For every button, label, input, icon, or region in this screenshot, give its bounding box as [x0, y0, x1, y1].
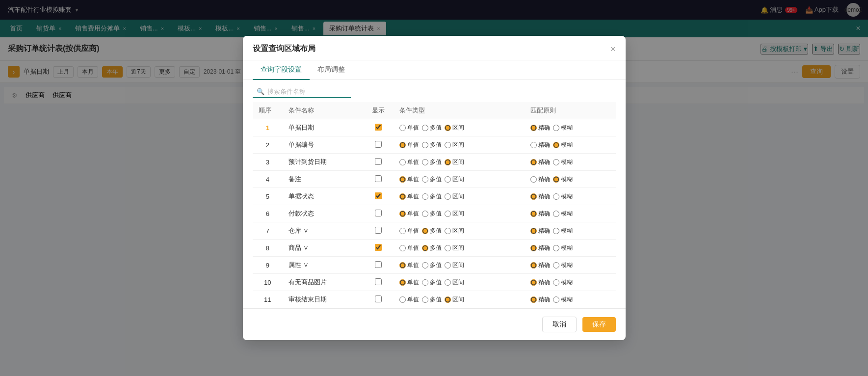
type-radio-多值[interactable]	[422, 279, 428, 286]
radio-wrap-多值[interactable]: 多值	[422, 158, 442, 166]
radio-wrap-单值[interactable]: 单值	[399, 175, 419, 184]
radio-wrap-多值[interactable]: 多值	[422, 244, 442, 252]
tab-layout-adjust[interactable]: 布局调整	[310, 60, 353, 80]
radio-wrap-区间[interactable]: 区间	[445, 158, 464, 166]
radio-wrap-单值[interactable]: 单值	[399, 124, 419, 132]
display-checkbox[interactable]	[375, 261, 382, 268]
tab-query-fields[interactable]: 查询字段设置	[253, 60, 310, 80]
match-radio-模糊[interactable]	[553, 296, 559, 303]
cell-display[interactable]	[364, 205, 394, 222]
radio-wrap-区间[interactable]: 区间	[445, 175, 464, 184]
radio-wrap-区间[interactable]: 区间	[445, 192, 464, 201]
radio-wrap-单值[interactable]: 单值	[399, 278, 419, 287]
radio-wrap-模糊[interactable]: 模糊	[553, 261, 573, 269]
type-radio-单值[interactable]	[399, 125, 406, 131]
radio-wrap-模糊[interactable]: 模糊	[553, 141, 573, 149]
type-radio-单值[interactable]	[399, 279, 406, 286]
match-radio-精确[interactable]	[530, 279, 537, 286]
type-radio-多值[interactable]	[422, 245, 428, 251]
radio-wrap-精确[interactable]: 精确	[530, 210, 550, 218]
match-radio-精确[interactable]	[530, 142, 537, 148]
match-radio-精确[interactable]	[530, 159, 537, 165]
match-radio-模糊[interactable]	[553, 262, 559, 269]
radio-wrap-精确[interactable]: 精确	[530, 295, 550, 304]
radio-wrap-单值[interactable]: 单值	[399, 158, 419, 166]
type-radio-区间[interactable]	[445, 159, 451, 165]
radio-wrap-多值[interactable]: 多值	[422, 141, 442, 149]
match-radio-模糊[interactable]	[553, 211, 559, 217]
match-radio-精确[interactable]	[530, 245, 537, 251]
type-radio-区间[interactable]	[445, 262, 451, 269]
radio-wrap-精确[interactable]: 精确	[530, 124, 550, 132]
type-radio-单值[interactable]	[399, 228, 406, 234]
radio-wrap-模糊[interactable]: 模糊	[553, 210, 573, 218]
radio-wrap-精确[interactable]: 精确	[530, 158, 550, 166]
radio-wrap-单值[interactable]: 单值	[399, 295, 419, 304]
type-radio-多值[interactable]	[422, 159, 428, 165]
type-radio-区间[interactable]	[445, 228, 451, 234]
radio-wrap-单值[interactable]: 单值	[399, 141, 419, 149]
cell-display[interactable]	[364, 257, 394, 274]
match-radio-精确[interactable]	[530, 176, 537, 183]
radio-wrap-多值[interactable]: 多值	[422, 295, 442, 304]
type-radio-多值[interactable]	[422, 193, 428, 200]
match-radio-精确[interactable]	[530, 228, 537, 234]
type-radio-多值[interactable]	[422, 211, 428, 217]
modal-overlay[interactable]: 设置查询区域布局 × 查询字段设置 布局调整 🔍	[0, 0, 868, 376]
display-checkbox[interactable]	[375, 227, 382, 234]
type-radio-多值[interactable]	[422, 296, 428, 303]
radio-wrap-多值[interactable]: 多值	[422, 192, 442, 201]
radio-wrap-单值[interactable]: 单值	[399, 261, 419, 269]
match-radio-精确[interactable]	[530, 125, 537, 131]
dialog-close-button[interactable]: ×	[610, 45, 616, 54]
radio-wrap-多值[interactable]: 多值	[422, 278, 442, 287]
radio-wrap-区间[interactable]: 区间	[445, 278, 464, 287]
type-radio-区间[interactable]	[445, 245, 451, 251]
type-radio-多值[interactable]	[422, 228, 428, 234]
radio-wrap-区间[interactable]: 区间	[445, 227, 464, 235]
radio-wrap-单值[interactable]: 单值	[399, 210, 419, 218]
display-checkbox[interactable]	[375, 175, 382, 182]
radio-wrap-精确[interactable]: 精确	[530, 141, 550, 149]
radio-wrap-多值[interactable]: 多值	[422, 261, 442, 269]
cell-display[interactable]	[364, 154, 394, 171]
display-checkbox[interactable]	[375, 158, 382, 165]
radio-wrap-多值[interactable]: 多值	[422, 210, 442, 218]
cell-display[interactable]	[364, 222, 394, 240]
type-radio-区间[interactable]	[445, 296, 451, 303]
match-radio-精确[interactable]	[530, 211, 537, 217]
type-radio-多值[interactable]	[422, 125, 428, 131]
radio-wrap-模糊[interactable]: 模糊	[553, 295, 573, 304]
type-radio-多值[interactable]	[422, 142, 428, 148]
match-radio-模糊[interactable]	[553, 279, 559, 286]
radio-wrap-精确[interactable]: 精确	[530, 244, 550, 252]
radio-wrap-区间[interactable]: 区间	[445, 244, 464, 252]
cancel-button[interactable]: 取消	[542, 317, 577, 332]
cell-display[interactable]	[364, 136, 394, 154]
cell-display[interactable]	[364, 274, 394, 291]
cell-display[interactable]	[364, 119, 394, 136]
match-radio-精确[interactable]	[530, 262, 537, 269]
display-checkbox[interactable]	[375, 278, 382, 285]
match-radio-模糊[interactable]	[553, 193, 559, 200]
type-radio-区间[interactable]	[445, 211, 451, 217]
display-checkbox[interactable]	[375, 141, 382, 148]
radio-wrap-精确[interactable]: 精确	[530, 227, 550, 235]
radio-wrap-多值[interactable]: 多值	[422, 227, 442, 235]
radio-wrap-多值[interactable]: 多值	[422, 175, 442, 184]
radio-wrap-模糊[interactable]: 模糊	[553, 192, 573, 201]
radio-wrap-模糊[interactable]: 模糊	[553, 227, 573, 235]
display-checkbox[interactable]	[375, 124, 382, 131]
cell-display[interactable]	[364, 291, 394, 308]
radio-wrap-区间[interactable]: 区间	[445, 210, 464, 218]
save-button[interactable]: 保存	[582, 317, 616, 332]
cell-display[interactable]	[364, 171, 394, 188]
type-radio-单值[interactable]	[399, 296, 406, 303]
type-radio-区间[interactable]	[445, 142, 451, 148]
match-radio-精确[interactable]	[530, 193, 537, 200]
cell-display[interactable]	[364, 240, 394, 257]
type-radio-单值[interactable]	[399, 159, 406, 165]
type-radio-区间[interactable]	[445, 279, 451, 286]
radio-wrap-区间[interactable]: 区间	[445, 295, 464, 304]
type-radio-单值[interactable]	[399, 142, 406, 148]
